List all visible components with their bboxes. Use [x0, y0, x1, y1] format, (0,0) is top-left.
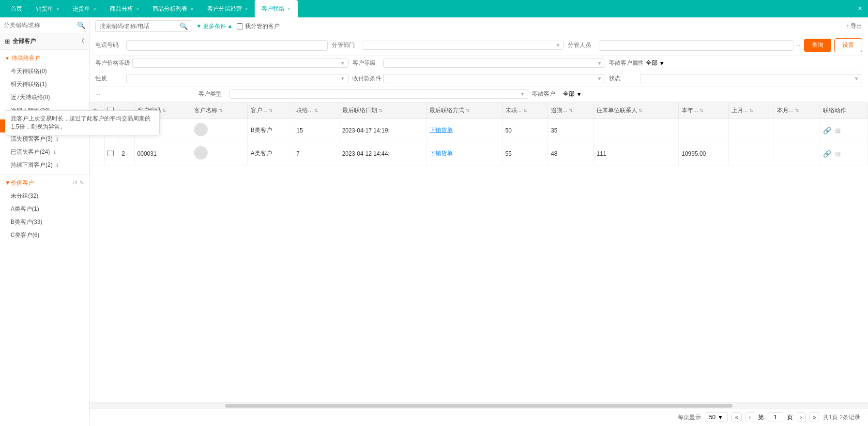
- td-uncontacted-1: 50: [502, 119, 548, 142]
- retail-attr-select[interactable]: 全部 ▼: [646, 59, 665, 67]
- td-last-method-1[interactable]: 下销货单: [426, 119, 502, 142]
- sidebar-item-today[interactable]: 今天待联络(0): [0, 65, 89, 78]
- manager-input[interactable]: [599, 40, 793, 51]
- nav-product-analysis-list[interactable]: 商品分析列表 ×: [146, 0, 200, 17]
- filter-cell-dept: 分管部门 ▼: [332, 41, 564, 50]
- value-group-refresh-icon[interactable]: ↺: [73, 179, 77, 186]
- avatar-2: [194, 146, 208, 160]
- grid-action-icon-1[interactable]: ⊞: [835, 127, 841, 134]
- per-page-select[interactable]: 50 ▼: [705, 412, 728, 422]
- close-customer-segment-icon[interactable]: ×: [245, 6, 248, 12]
- price-level-select[interactable]: ▼: [132, 59, 349, 68]
- td-name-1: [191, 119, 247, 142]
- my-customers-checkbox[interactable]: 我分管的客户: [237, 22, 280, 30]
- row2-checkbox[interactable]: [107, 150, 114, 156]
- dept-select[interactable]: ▼: [363, 41, 564, 50]
- filter-cell-customer-level: 客户等级 ▼: [352, 59, 606, 68]
- td-code-2: 000031: [134, 142, 191, 165]
- row4-dots-icon[interactable]: ···: [95, 91, 100, 98]
- th-level[interactable]: 客户...⇅: [247, 103, 293, 119]
- filter-row-3: 性质 ▼ 收付款条件 ▼ 状态: [95, 71, 862, 87]
- filter-search-input[interactable]: [100, 23, 180, 29]
- customer-level-select[interactable]: ▼: [383, 59, 606, 68]
- filter-cell-price-level: 客户价格等级 ▼: [95, 59, 349, 68]
- my-customers-check-input[interactable]: [237, 23, 243, 29]
- dept-chevron-icon: ▼: [556, 43, 561, 48]
- th-last-method[interactable]: 最后联络方式⇅: [426, 103, 502, 119]
- prev-page-button[interactable]: ‹: [746, 412, 754, 422]
- sidebar-item-declining[interactable]: 持续下滑客户(2) ℹ: [0, 159, 89, 172]
- value-group-edit-icon[interactable]: ✎: [79, 179, 84, 186]
- td-uncontacted-2: 55: [502, 142, 548, 165]
- sidebar-item-7days[interactable]: 近7天待联络(0): [0, 91, 89, 104]
- price-level-chevron-icon: ▼: [340, 60, 345, 66]
- th-this-month[interactable]: 本月...⇅: [774, 103, 820, 119]
- th-last-month[interactable]: 上月...⇅: [728, 103, 774, 119]
- filter-cell-dots: ···: [95, 91, 195, 98]
- sidebar-item-c-class[interactable]: C类客户(6): [0, 229, 89, 242]
- close-product-analysis-icon[interactable]: ×: [136, 6, 139, 12]
- th-contact-count[interactable]: 联络...⇅: [293, 103, 339, 119]
- th-this-year[interactable]: 本年...⇅: [679, 103, 729, 119]
- close-all-tabs-icon[interactable]: ×: [858, 4, 862, 13]
- nav-product-analysis[interactable]: 商品分析 ×: [103, 0, 146, 17]
- filter-search-icon[interactable]: 🔍: [180, 22, 188, 30]
- th-uncontacted[interactable]: 未联...⇅: [502, 103, 548, 119]
- first-page-button[interactable]: «: [731, 412, 742, 422]
- retail-customer-select[interactable]: 全部 ▼: [563, 90, 582, 98]
- close-product-list-icon[interactable]: ×: [190, 6, 193, 12]
- status-select[interactable]: ▼: [640, 74, 862, 83]
- filter-cell-status: 状态 ▼: [609, 74, 862, 83]
- th-name[interactable]: 客户名称⇅: [191, 103, 247, 119]
- nav-home[interactable]: 首页: [4, 0, 29, 17]
- sidebar-item-unclassified[interactable]: 未分组(32): [0, 190, 89, 203]
- td-check-2[interactable]: [104, 142, 119, 165]
- next-page-button[interactable]: ›: [797, 412, 806, 422]
- scrollbar-thumb[interactable]: [225, 404, 732, 408]
- nature-select[interactable]: ▼: [126, 74, 349, 83]
- nav-sales-order[interactable]: 销货单 ×: [29, 0, 66, 17]
- pagination-bar: 每页显示 50 ▼ « ‹ 第 页 › » 共1页 2条记录: [90, 408, 868, 426]
- nav-customer-contact[interactable]: 客户联络 ×: [255, 0, 297, 17]
- close-sales-order-icon[interactable]: ×: [56, 6, 59, 12]
- filter-bar: 🔍 ▼ 更多条件 ▲ 我分管的客户 ↑ 导出: [90, 17, 868, 35]
- collapse-sidebar-icon[interactable]: 《: [78, 37, 84, 45]
- sidebar-item-tomorrow[interactable]: 明天待联络(1): [0, 78, 89, 91]
- link-action-icon-1[interactable]: 🔗: [823, 127, 831, 134]
- payment-select[interactable]: ▼: [383, 74, 606, 83]
- manager-dots-icon[interactable]: ···: [795, 42, 800, 49]
- value-customer-group: ▼ 价值客户 ↺ ✎ 未分组(32) A类客户(1) B类客户(33) C类客户…: [0, 174, 89, 244]
- page-number-input[interactable]: [768, 412, 783, 422]
- phone-input[interactable]: [126, 40, 328, 51]
- th-overdue[interactable]: 逾期...⇅: [548, 103, 594, 119]
- pending-contact-group-title[interactable]: ▼ 待联络客户: [0, 52, 89, 65]
- all-customers-header[interactable]: ⊞ 全部客户 《: [0, 33, 89, 50]
- close-purchase-order-icon[interactable]: ×: [93, 6, 96, 12]
- setting-button[interactable]: 设置: [834, 38, 862, 52]
- customer-type-select[interactable]: ▼: [229, 89, 529, 99]
- value-customer-group-title[interactable]: ▼ 价值客户 ↺ ✎: [0, 176, 89, 190]
- sidebar-item-churned[interactable]: 已流失客户(24) ℹ: [0, 146, 89, 159]
- sidebar-search-input[interactable]: [4, 22, 77, 29]
- grid-action-icon-2[interactable]: ⊞: [835, 150, 841, 158]
- sidebar-item-b-class[interactable]: B类客户(33): [0, 216, 89, 229]
- export-button[interactable]: ↑ 导出: [846, 22, 862, 30]
- table-horizontal-scrollbar[interactable]: [90, 402, 868, 408]
- td-action-2: 🔗 ⊞: [820, 142, 868, 165]
- sidebar-search-icon[interactable]: 🔍: [77, 21, 85, 29]
- th-contacts[interactable]: 往来单位联系人⇅: [594, 103, 679, 119]
- th-last-date[interactable]: 最后联络日期⇅: [339, 103, 426, 119]
- query-button[interactable]: 查询: [804, 39, 831, 52]
- close-customer-contact-icon[interactable]: ×: [288, 6, 290, 12]
- td-last-method-2[interactable]: 下销货单: [426, 142, 502, 165]
- th-action: 联络动作: [820, 103, 868, 119]
- link-action-icon-2[interactable]: 🔗: [823, 150, 831, 158]
- value-group-arrow-icon: ▼: [5, 179, 11, 186]
- sidebar-item-a-class[interactable]: A类客户(1): [0, 203, 89, 216]
- manager-label: 分管人员: [568, 41, 597, 49]
- last-page-button[interactable]: »: [809, 412, 820, 422]
- customer-type-label: 客户类型: [198, 90, 228, 98]
- nav-purchase-order[interactable]: 进货单 ×: [66, 0, 103, 17]
- more-conditions-btn[interactable]: ▼ 更多条件 ▲: [196, 22, 233, 30]
- nav-customer-segment[interactable]: 客户分层经营 ×: [200, 0, 255, 17]
